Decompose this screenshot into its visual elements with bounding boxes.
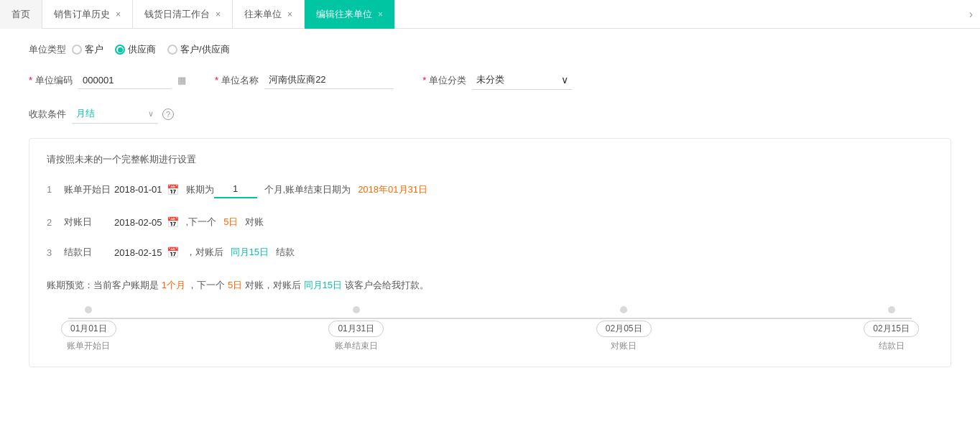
- tab-home-label: 首页: [11, 8, 30, 21]
- period-row-3: 3 结款日 2018-02-15 📅 ，对账后 同月15日 结款: [47, 246, 933, 259]
- radio-both[interactable]: 客户/供应商: [167, 43, 230, 56]
- payment-condition-label: 收款条件: [29, 108, 66, 121]
- radio-customer[interactable]: 客户: [72, 43, 103, 56]
- timeline-badge-reconcile: 02月05日: [596, 321, 652, 337]
- unit-code-star: *: [29, 75, 32, 86]
- calendar-icon-1[interactable]: 📅: [167, 184, 179, 196]
- unit-type-radio-group: 客户 供应商 客户/供应商: [72, 43, 230, 56]
- unit-category-group: * 单位分类 未分类 ∨: [422, 70, 573, 90]
- tab-sales-history-label: 销售订单历史: [54, 8, 110, 21]
- tab-partner[interactable]: 往来单位 ×: [233, 0, 305, 29]
- preview-highlight1: 1个月: [162, 280, 185, 290]
- period-row-3-highlight: 同月15日: [231, 246, 269, 259]
- period-row-1-desc-suffix: 个月,账单结束日期为: [264, 183, 351, 196]
- timeline-badge-settle: 02月15日: [864, 321, 919, 337]
- payment-condition-value: 月结: [76, 107, 145, 120]
- tab-cash-work[interactable]: 钱货日清工作台 ×: [133, 0, 233, 29]
- tab-cash-work-close[interactable]: ×: [216, 9, 221, 19]
- period-row-2-num: 2: [47, 217, 64, 228]
- period-row-1-date: 2018-01-01: [114, 184, 162, 195]
- preview-mid2: 对账，对账后: [245, 280, 301, 290]
- unit-type-label: 单位类型: [29, 43, 66, 56]
- period-row-1-num: 1: [47, 184, 64, 195]
- timeline-point-reconcile: 02月05日 对账日: [596, 306, 652, 352]
- period-settings-box: 请按照未来的一个完整帐期进行设置 1 账单开始日 2018-01-01 📅 账期…: [29, 138, 951, 367]
- period-row-3-num: 3: [47, 247, 64, 258]
- timeline-points-row: 01月01日 账单开始日 01月31日 账单结束日 02月05日 对账日 02月…: [61, 306, 919, 352]
- tab-edit-partner-close[interactable]: ×: [378, 9, 383, 19]
- tab-sales-history-close[interactable]: ×: [116, 9, 121, 19]
- expand-tabs-button[interactable]: ›: [962, 0, 980, 28]
- payment-condition-group: 收款条件 月结 ∨ ?: [29, 104, 174, 124]
- period-row-1-highlight: 2018年01月31日: [358, 183, 427, 196]
- timeline-point-settle: 02月15日 结款日: [864, 306, 919, 352]
- unit-name-label: 单位名称: [221, 74, 259, 87]
- unit-name-star: *: [215, 75, 218, 86]
- unit-type-row: 单位类型 客户 供应商 客户/供应商: [29, 43, 951, 56]
- copy-icon[interactable]: ▦: [177, 75, 186, 86]
- main-content: 单位类型 客户 供应商 客户/供应商 * 单位编码: [0, 29, 980, 437]
- unit-category-label: 单位分类: [429, 74, 466, 87]
- preview-suffix: 该客户会给我打款。: [345, 280, 429, 290]
- period-row-3-date: 2018-02-15: [114, 247, 162, 258]
- preview-highlight3: 同月15日: [304, 280, 342, 290]
- tab-bar: 首页 销售订单历史 × 钱货日清工作台 × 往来单位 × 编辑往来单位 × ›: [0, 0, 980, 29]
- unit-type-group: 单位类型 客户 供应商 客户/供应商: [29, 43, 230, 56]
- period-row-2: 2 对账日 2018-02-05 📅 ,下一个 5日 对账: [47, 216, 933, 229]
- unit-category-star: *: [422, 75, 426, 86]
- period-row-2-desc-prefix: ,下一个: [186, 216, 217, 229]
- timeline-dot-end: [353, 306, 360, 313]
- period-row-1-label: 账单开始日: [64, 183, 114, 196]
- radio-supplier[interactable]: 供应商: [115, 43, 156, 56]
- timeline-point-start: 01月01日 账单开始日: [61, 306, 116, 352]
- period-row-3-desc-suffix: 结款: [276, 246, 295, 259]
- radio-customer-circle: [72, 45, 82, 55]
- radio-supplier-circle: [115, 45, 125, 55]
- payment-condition-select[interactable]: 月结 ∨: [72, 104, 158, 124]
- period-row-2-desc-suffix: 对账: [245, 216, 264, 229]
- calendar-icon-3[interactable]: 📅: [167, 247, 179, 258]
- tab-edit-partner[interactable]: 编辑往来单位 ×: [305, 0, 395, 29]
- preview-mid1: ，下一个: [188, 280, 225, 290]
- payment-condition-row: 收款条件 月结 ∨ ?: [29, 104, 951, 124]
- unit-code-input[interactable]: [78, 72, 172, 89]
- unit-category-value: 未分类: [476, 73, 561, 86]
- unit-name-group: * 单位名称: [215, 72, 394, 89]
- unit-category-select[interactable]: 未分类 ∨: [472, 70, 573, 90]
- radio-both-label: 客户/供应商: [180, 43, 230, 56]
- timeline-label-start: 账单开始日: [67, 340, 110, 352]
- unit-code-label: 单位编码: [35, 74, 73, 87]
- period-row-3-desc-prefix: ，对账后: [186, 246, 223, 259]
- period-row-1-desc-prefix: 账期为: [186, 183, 214, 196]
- tab-cash-work-label: 钱货日清工作台: [144, 8, 210, 21]
- period-row-2-date: 2018-02-05: [114, 217, 162, 228]
- category-chevron-down-icon: ∨: [561, 74, 568, 86]
- unit-code-group: * 单位编码 ▦: [29, 72, 186, 89]
- timeline-label-end: 账单结束日: [335, 340, 378, 352]
- period-row-3-label: 结款日: [64, 246, 114, 259]
- period-months-input[interactable]: [214, 180, 257, 198]
- timeline-label-settle: 结款日: [879, 340, 905, 352]
- radio-both-circle: [167, 45, 177, 55]
- payment-condition-chevron-down-icon: ∨: [148, 109, 154, 119]
- unit-name-input[interactable]: [264, 72, 394, 89]
- tab-partner-label: 往来单位: [244, 8, 282, 21]
- tab-home[interactable]: 首页: [0, 0, 42, 29]
- period-row-1: 1 账单开始日 2018-01-01 📅 账期为 个月,账单结束日期为 2018…: [47, 180, 933, 198]
- timeline-point-end: 01月31日 账单结束日: [328, 306, 384, 352]
- timeline-dot-settle: [888, 306, 895, 313]
- tab-sales-history[interactable]: 销售订单历史 ×: [42, 0, 133, 29]
- timeline-badge-end: 01月31日: [328, 321, 384, 337]
- tab-partner-close[interactable]: ×: [287, 9, 292, 19]
- timeline-badge-start: 01月01日: [61, 321, 116, 337]
- period-settings-title: 请按照未来的一个完整帐期进行设置: [47, 153, 933, 166]
- timeline-wrapper: 01月01日 账单开始日 01月31日 账单结束日 02月05日 对账日 02月…: [47, 306, 933, 352]
- period-row-2-highlight: 5日: [223, 216, 238, 229]
- question-icon[interactable]: ?: [162, 109, 174, 120]
- radio-supplier-label: 供应商: [128, 43, 156, 56]
- calendar-icon-2[interactable]: 📅: [167, 216, 179, 228]
- tab-edit-partner-label: 编辑往来单位: [316, 8, 372, 21]
- unit-info-row: * 单位编码 ▦ * 单位名称 * 单位分类 未分类 ∨: [29, 70, 951, 90]
- timeline-dot-reconcile: [620, 306, 627, 313]
- preview-highlight2: 5日: [228, 280, 242, 290]
